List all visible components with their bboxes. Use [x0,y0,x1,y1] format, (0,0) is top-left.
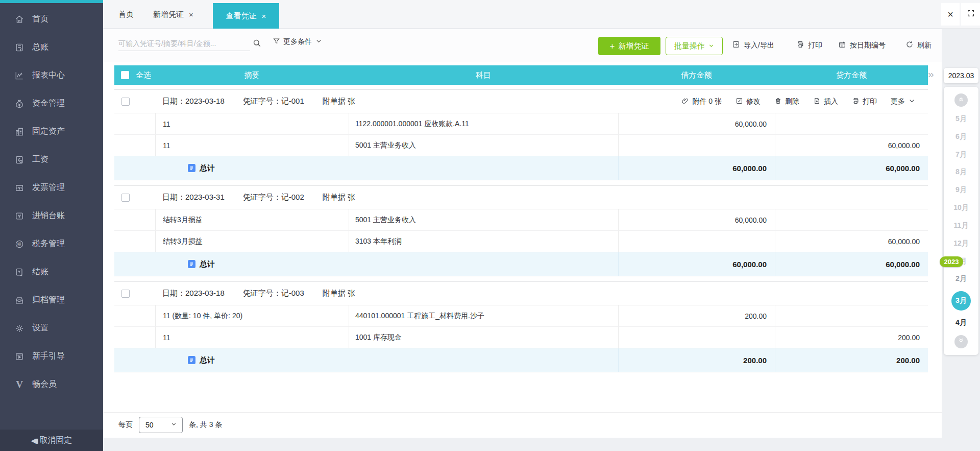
sidebar-item-closing[interactable]: 结账 [0,258,103,286]
more-link[interactable]: 更多 [891,97,916,106]
voucher-attach: 附单据 张 [323,289,355,298]
sidebar-item-label: 资金管理 [32,98,65,109]
tab-home[interactable]: 首页 [118,0,134,29]
sidebar-item-settings[interactable]: 设置 [0,314,103,342]
select-all-checkbox[interactable] [121,71,129,79]
row-checkbox[interactable] [121,290,130,298]
sidebar-item-archive[interactable]: 归档管理 [0,286,103,314]
print-button[interactable]: 打印 [796,40,822,50]
invoice-icon [14,183,24,193]
month-item[interactable]: 2月 [955,273,967,284]
insert-icon [813,97,821,106]
sidebar-item-home[interactable]: 首页 [0,5,103,33]
insert-link[interactable]: 插入 [813,97,838,106]
month-item[interactable]: 12月 [953,238,969,249]
cell-account: 440101.000001 工程施工_材料费用.沙子 [349,305,618,326]
month-item[interactable]: 6月 [955,131,967,143]
voucher-group: 日期：2023-03-18 凭证字号：记-001 附单据 张 附件 0 张 修改 [114,89,928,180]
total-calculator-icon [188,356,195,364]
scroll-down-button[interactable] [954,335,968,348]
cell-account: 5001 主营业务收入 [349,209,618,230]
month-item[interactable]: 8月 [955,167,967,178]
sidebar-item-funds[interactable]: 资金管理 [0,89,103,117]
cell-summary: 结转3月损益 [155,209,349,230]
inventory-ledger-icon [14,211,24,221]
attachment-link[interactable]: 附件 0 张 [681,97,722,106]
tab-bar: 首页 新增凭证 × 查看凭证 × × [103,0,980,29]
fullscreen-button[interactable] [961,3,980,26]
tax-icon: 税 [14,239,24,249]
batch-operations-button[interactable]: 批量操作 [666,37,723,55]
per-page-value: 50 [145,421,154,429]
current-period-label: 2023.03 [944,68,978,83]
group-total-row: 总计 200.00 200.00 [114,348,928,372]
sidebar-item-fixed-assets[interactable]: 固定资产 [0,117,103,146]
more-filters-button[interactable]: 更多条件 [273,37,323,46]
sidebar-item-payroll[interactable]: 工资 [0,146,103,174]
refresh-icon [905,40,914,50]
month-item[interactable]: 10月 [953,202,969,213]
sidebar-unpin-button[interactable]: ◀▮ 取消固定 [0,430,103,451]
entry-row[interactable]: 结转3月损益 3103 本年利润 60,000.00 [114,231,928,252]
voucher-number: 凭证字号：记-003 [243,289,304,298]
sidebar-item-guide[interactable]: 新手引导 [0,342,103,370]
row-checkbox[interactable] [121,98,130,106]
total-credit: 60,000.00 [775,156,928,180]
entry-row[interactable]: 11 1001 库存现金 200.00 [114,327,928,348]
per-page-select[interactable]: 50 [139,417,183,433]
sidebar-item-inventory-ledger[interactable]: 进销台账 [0,202,103,230]
collapse-panel-icon[interactable]: » [928,68,934,80]
voucher-group-header: 日期：2023-03-18 凭证字号：记-003 附单据 张 [114,282,928,305]
tab-new-voucher[interactable]: 新增凭证 × [153,0,193,29]
renumber-by-date-button[interactable]: 按日期编号 [838,40,886,50]
entry-row[interactable]: 11 (数量: 10 件, 单价: 20) 440101.000001 工程施工… [114,305,928,327]
tab-view-voucher[interactable]: 查看凭证 × [213,3,279,29]
sidebar: 首页 总账 报表中心 资金管理 固定资产 工资 发票管理 进销台账 [0,0,103,451]
gear-icon [14,323,24,334]
search-input[interactable] [118,36,235,51]
month-item[interactable]: 9月 [955,184,967,196]
sidebar-item-invoices[interactable]: 发票管理 [0,174,103,202]
entry-row[interactable]: 11 1122.000001.000001 应收账款.A.11 60,000.0… [114,113,928,135]
sidebar-item-label: 总账 [32,42,48,53]
total-credit: 200.00 [775,348,928,372]
tab-close-icon[interactable]: × [262,12,266,20]
scroll-up-button[interactable] [954,93,968,107]
sidebar-item-reports[interactable]: 报表中心 [0,61,103,89]
print-row-link[interactable]: 打印 [852,97,877,106]
cell-summary: 11 [155,135,349,156]
window-close-button[interactable]: × [941,3,960,26]
edit-link[interactable]: 修改 [736,97,761,106]
search-icon[interactable] [252,38,262,50]
month-item[interactable]: 7月 [955,149,967,160]
delete-link[interactable]: 删除 [774,97,799,106]
sidebar-item-member[interactable]: V 畅会员 [0,370,103,398]
close-icon: × [947,9,953,20]
sidebar-item-tax[interactable]: 税 税务管理 [0,230,103,258]
unpin-label: 取消固定 [40,435,72,446]
print-label: 打印 [808,41,822,50]
cell-account: 5001 主营业务收入 [349,135,618,156]
sidebar-item-label: 工资 [32,154,48,165]
import-export-button[interactable]: 导入/导出 [732,40,774,50]
tab-close-icon[interactable]: × [189,10,193,19]
month-item-active[interactable]: 3月 [951,291,971,311]
cell-debit [618,327,775,348]
refresh-label: 刷新 [917,41,932,50]
refresh-button[interactable]: 刷新 [905,40,932,50]
sidebar-item-label: 设置 [32,323,48,334]
month-item[interactable]: 5月 [955,113,967,125]
sidebar-item-general-ledger[interactable]: 总账 [0,33,103,61]
tab-label: 首页 [118,10,134,19]
row-checkbox[interactable] [121,194,130,202]
page-bottom-strip [103,438,942,451]
month-item[interactable]: 11月 [954,220,969,231]
voucher-attach: 附单据 张 [323,193,355,202]
month-item[interactable]: 4月 [955,317,967,328]
add-voucher-button[interactable]: + 新增凭证 [598,37,660,55]
voucher-info: 日期：2023-03-18 凭证字号：记-001 附单据 张 [162,97,355,106]
search-field-wrap [118,36,250,51]
entry-row[interactable]: 结转3月损益 5001 主营业务收入 60,000.00 [114,209,928,231]
chevron-down-icon [315,37,323,46]
entry-row[interactable]: 11 5001 主营业务收入 60,000.00 [114,135,928,156]
